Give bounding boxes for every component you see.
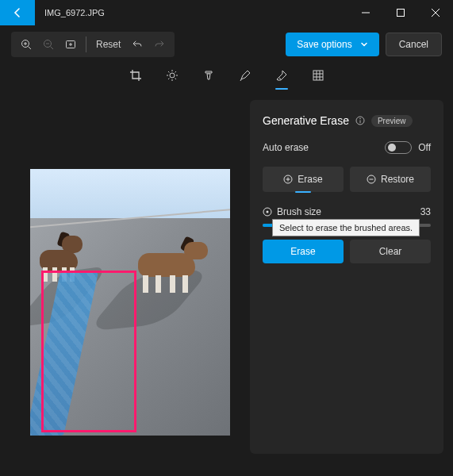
erase-action-button[interactable]: Erase bbox=[263, 240, 344, 263]
markup-tool[interactable] bbox=[236, 66, 255, 85]
zoom-out-button[interactable] bbox=[38, 34, 59, 55]
chevron-down-icon bbox=[360, 40, 368, 48]
undo-icon bbox=[132, 39, 143, 50]
fit-icon bbox=[65, 39, 76, 50]
background-tool[interactable] bbox=[309, 66, 328, 85]
window-controls bbox=[348, 0, 453, 25]
svg-line-19 bbox=[168, 71, 169, 72]
erase-icon bbox=[275, 69, 288, 82]
brush-size-value: 33 bbox=[420, 206, 431, 217]
dog-right bbox=[132, 229, 219, 293]
zoom-in-icon bbox=[21, 39, 32, 50]
svg-line-5 bbox=[29, 47, 32, 50]
target-icon bbox=[263, 207, 272, 217]
crop-tool[interactable] bbox=[126, 66, 145, 85]
svg-point-30 bbox=[359, 118, 361, 120]
svg-line-22 bbox=[175, 71, 175, 72]
filter-tool[interactable] bbox=[199, 66, 218, 85]
zoom-out-icon bbox=[43, 39, 54, 50]
restore-tab-label: Restore bbox=[381, 174, 414, 185]
info-icon[interactable] bbox=[355, 116, 365, 125]
erase-tab-label: Erase bbox=[298, 174, 322, 185]
svg-rect-1 bbox=[397, 10, 405, 17]
fit-button[interactable] bbox=[60, 34, 81, 55]
grid-icon bbox=[312, 69, 324, 82]
undo-button[interactable] bbox=[127, 34, 148, 55]
svg-line-9 bbox=[51, 47, 54, 50]
arrow-left-icon bbox=[11, 6, 24, 19]
title-bar: IMG_6972.JPG bbox=[0, 0, 453, 25]
restore-tab[interactable]: Restore bbox=[350, 167, 431, 192]
canvas-area bbox=[0, 92, 250, 476]
svg-point-37 bbox=[267, 211, 269, 213]
zoom-reset-panel: Reset bbox=[11, 32, 175, 57]
pen-icon bbox=[239, 69, 251, 82]
maximize-button[interactable] bbox=[383, 0, 418, 25]
plus-circle-icon bbox=[283, 175, 293, 184]
erase-tool[interactable] bbox=[272, 66, 291, 85]
clear-action-button[interactable]: Clear bbox=[350, 240, 431, 263]
auto-erase-label: Auto erase bbox=[263, 142, 309, 153]
header-toolbar: Reset Save options Cancel bbox=[0, 29, 453, 60]
minimize-button[interactable] bbox=[348, 0, 383, 25]
brush-size-label: Brush size bbox=[277, 206, 321, 217]
zoom-in-button[interactable] bbox=[16, 34, 36, 55]
svg-line-21 bbox=[168, 79, 169, 79]
image-canvas[interactable] bbox=[30, 169, 230, 436]
panel-title: Generative Erase bbox=[263, 114, 349, 127]
brightness-icon bbox=[166, 69, 179, 82]
minus-circle-icon bbox=[367, 175, 376, 184]
close-button[interactable] bbox=[418, 0, 453, 25]
edit-tools-row bbox=[0, 62, 453, 89]
divider bbox=[86, 36, 86, 52]
filter-icon bbox=[202, 69, 215, 82]
file-title: IMG_6972.JPG bbox=[35, 8, 348, 17]
maximize-icon bbox=[397, 9, 405, 17]
close-icon bbox=[432, 9, 440, 17]
main-area: Generative Erase Preview Auto erase Off … bbox=[0, 92, 453, 476]
redo-button[interactable] bbox=[149, 34, 170, 55]
preview-badge: Preview bbox=[371, 115, 413, 127]
svg-rect-23 bbox=[313, 71, 323, 80]
cancel-button[interactable]: Cancel bbox=[386, 33, 442, 56]
adjust-tool[interactable] bbox=[163, 66, 182, 85]
save-options-button[interactable]: Save options bbox=[286, 33, 378, 56]
minimize-icon bbox=[362, 9, 370, 17]
reset-button[interactable]: Reset bbox=[91, 39, 125, 50]
auto-erase-toggle[interactable] bbox=[385, 141, 412, 154]
generative-erase-panel: Generative Erase Preview Auto erase Off … bbox=[250, 100, 443, 454]
erase-tab[interactable]: Erase bbox=[263, 167, 344, 192]
back-button[interactable] bbox=[0, 0, 35, 25]
auto-erase-state: Off bbox=[418, 142, 431, 153]
crop-icon bbox=[129, 69, 142, 82]
save-label: Save options bbox=[297, 39, 351, 50]
svg-point-14 bbox=[170, 73, 175, 78]
svg-line-20 bbox=[175, 79, 175, 79]
selection-rectangle[interactable] bbox=[41, 271, 136, 432]
redo-icon bbox=[154, 39, 165, 50]
erase-tooltip: Select to erase the brushed areas. bbox=[272, 219, 420, 236]
